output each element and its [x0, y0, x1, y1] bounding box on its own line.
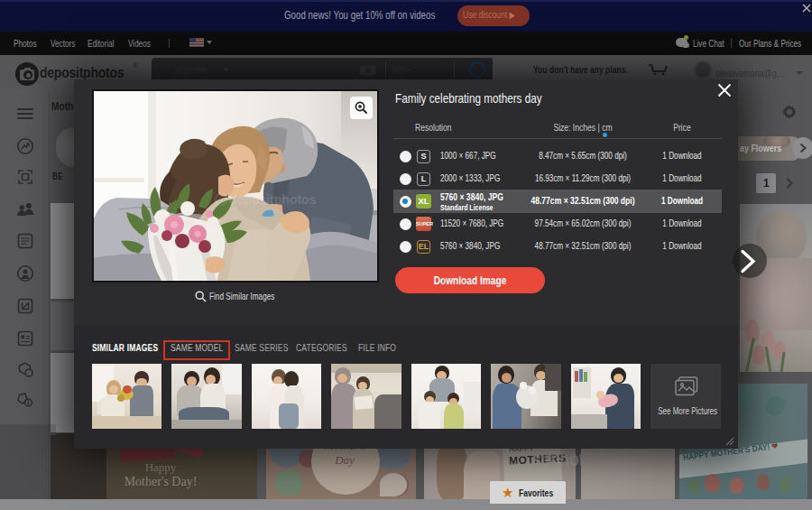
svg-text:depositphotos: depositphotos: [229, 192, 317, 207]
